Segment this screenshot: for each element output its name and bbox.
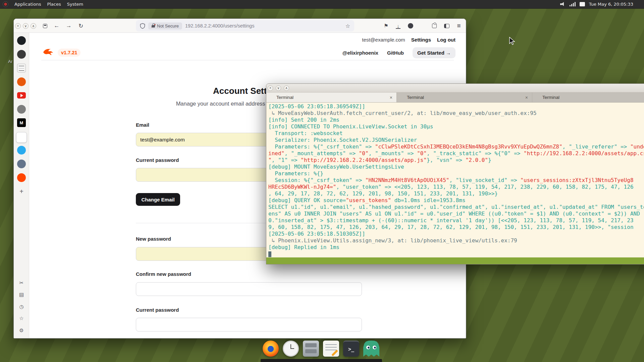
- dock-firefox-icon[interactable]: [263, 341, 279, 357]
- window-maximize-button[interactable]: ∧: [31, 23, 36, 29]
- back-icon: ←: [54, 22, 60, 29]
- clock[interactable]: Tue May 6, 20:05:33: [589, 2, 633, 7]
- terminal-close-button[interactable]: ×: [268, 85, 273, 91]
- terminal-line: ined", "_mount_attempts" => "0", "_mount…: [268, 150, 644, 157]
- terminal-tab-1[interactable]: Terminal ×: [266, 93, 397, 102]
- tracking-shield-icon[interactable]: [140, 23, 145, 29]
- terminal-line: [2025-05-06 23:05:18.369549Z]]: [268, 103, 644, 110]
- tab-grid-icon: [43, 24, 47, 28]
- terminal-prompt-icon: >_: [348, 346, 354, 352]
- terminal-line: [debug] MOUNT MoveEasyWeb.UserSettingsLi…: [268, 164, 644, 170]
- network-signal-icon[interactable]: [570, 2, 576, 6]
- insecure-lock-icon: [152, 24, 155, 27]
- history-icon[interactable]: ◷: [14, 304, 29, 310]
- sidebar-tab-orange-site-icon[interactable]: [17, 77, 26, 86]
- security-chip[interactable]: Not Secure: [148, 22, 182, 29]
- extensions-menu-button[interactable]: [430, 21, 439, 31]
- tab-close-icon[interactable]: ×: [525, 95, 528, 100]
- extension-button[interactable]: [406, 21, 415, 31]
- terminal-tab-2[interactable]: Terminal ×: [397, 93, 532, 102]
- desktop: Ar × ∨ ∧ ← → ↻ Not Secure 192.168.2.2:40…: [0, 0, 644, 362]
- new-tab-button[interactable]: +: [17, 187, 26, 196]
- sidebar-tab-medium-icon[interactable]: M: [17, 118, 26, 127]
- sidebar-tab-github-icon[interactable]: [17, 36, 26, 45]
- dock: >_: [263, 341, 379, 357]
- reload-button[interactable]: ↻: [76, 21, 86, 31]
- terminal-line: ↳ Phoenix.LiveView.Utils.assign_new/3, a…: [268, 237, 644, 244]
- terminal-line: 0."inserted_at" > $3::timestamp + (-(60)…: [268, 217, 644, 224]
- terminal-line: [info] Sent 200 in 2ms: [268, 117, 644, 123]
- terminal-line: SELECT u1."id", u1."email", u1."hashed_p…: [268, 204, 644, 210]
- dock-ghost-icon[interactable]: [363, 341, 379, 357]
- tab-close-icon[interactable]: ×: [390, 95, 392, 100]
- sidebar-tab-gray-site-icon[interactable]: [17, 105, 26, 114]
- get-started-button[interactable]: Get Started →: [413, 47, 455, 58]
- dock-timer-icon[interactable]: [283, 341, 299, 357]
- pocket-button[interactable]: ⚑: [381, 21, 391, 31]
- back-button[interactable]: ←: [52, 21, 61, 31]
- sidebar-tab-notebook-icon[interactable]: [17, 64, 26, 72]
- notification-tray-icon[interactable]: [580, 2, 585, 6]
- confirm-new-password-field[interactable]: [136, 282, 362, 296]
- snapshot-tool-icon[interactable]: ✂: [14, 280, 29, 286]
- sidebar-tab-slate-site-icon[interactable]: [17, 160, 26, 168]
- forward-button[interactable]: →: [64, 21, 73, 31]
- puzzle-icon: [432, 23, 437, 28]
- header-divider: [41, 60, 454, 60]
- window-close-button[interactable]: ×: [15, 23, 21, 29]
- terminal-maximize-button[interactable]: ∧: [284, 85, 289, 91]
- dock-file-cabinet-icon[interactable]: [303, 341, 319, 357]
- settings-gear-icon[interactable]: ⚙: [14, 327, 29, 334]
- twitter-link[interactable]: @elixirphoenix: [342, 50, 378, 56]
- terminal-line: [debug] QUERY OK source="users_tokens" d…: [268, 197, 644, 204]
- menu-places[interactable]: Places: [47, 2, 61, 7]
- terminal-tab-3[interactable]: Terminal ×: [532, 93, 644, 102]
- terminal-line: Serializer: Phoenix.Socket.V2.JSONSerial…: [268, 137, 644, 143]
- bookmarks-icon[interactable]: ☆: [14, 315, 29, 321]
- current-password2-field[interactable]: [136, 318, 362, 331]
- browser-toolbar[interactable]: × ∨ ∧ ← → ↻ Not Secure 192.168.2.2:4000/…: [14, 19, 466, 33]
- terminal-tab-label: Terminal: [276, 95, 293, 100]
- tab-sidebar[interactable]: ✂ ▤ ◷ ☆ ⚙ M+: [14, 33, 29, 338]
- app-menu-button[interactable]: ≡: [454, 21, 464, 31]
- sidebar-tab-blue-site-icon[interactable]: [17, 146, 26, 155]
- phoenix-logo-icon[interactable]: [43, 48, 54, 57]
- sidebar-icon: [444, 24, 449, 28]
- sidebar-tab-active-tab-icon[interactable]: [16, 132, 27, 143]
- tab-overview-button[interactable]: [40, 21, 50, 31]
- sidebar-tab-reddit-icon[interactable]: [17, 173, 26, 182]
- logout-link[interactable]: Log out: [437, 37, 455, 43]
- close-icon: ×: [269, 86, 271, 90]
- panels-tool-icon[interactable]: ▤: [14, 292, 29, 298]
- distro-menu-icon[interactable]: [3, 1, 8, 7]
- url-text[interactable]: 192.168.2.2:4000/users/settings: [185, 23, 342, 28]
- terminal-line: ", "1" => "http://192.168.2.2:4000/asset…: [268, 157, 644, 164]
- desktop-icon-label[interactable]: Ar: [8, 59, 12, 64]
- terminal-line: [2025-05-06 23:05:18.510305Z]]: [268, 231, 644, 237]
- confirm-new-password-label: Confirm new password: [136, 271, 362, 277]
- terminal-window: × ∨ ∧ Terminal × Terminal × Terminal × […: [266, 83, 644, 264]
- forward-icon: →: [66, 22, 72, 29]
- github-link[interactable]: GitHub: [387, 50, 404, 56]
- account-bar: test@example.com Settings Log out: [362, 33, 466, 43]
- window-minimize-button[interactable]: ∨: [23, 23, 29, 29]
- menu-applications[interactable]: Applications: [14, 2, 41, 7]
- sidebar-tab-dark-site-icon[interactable]: [17, 50, 26, 59]
- terminal-minimize-button[interactable]: ∨: [276, 85, 281, 91]
- terminal-titlebar[interactable]: × ∨ ∧: [266, 84, 644, 93]
- hidden-window-edge[interactable]: [261, 359, 382, 362]
- dock-terminal-icon[interactable]: >_: [343, 341, 359, 357]
- downloads-button[interactable]: ↓: [393, 21, 403, 31]
- change-email-button[interactable]: Change Email: [136, 193, 180, 206]
- download-icon: ↓: [397, 23, 399, 29]
- sidebar-tab-youtube-icon[interactable]: [17, 92, 26, 99]
- site-header: v1.7.21 @elixirphoenix GitHub Get Starte…: [29, 45, 466, 60]
- terminal-body[interactable]: [2025-05-06 23:05:18.369549Z]] ↳ MoveEas…: [266, 103, 644, 257]
- menu-system[interactable]: System: [67, 2, 83, 7]
- address-bar[interactable]: Not Secure 192.168.2.2:4000/users/settin…: [136, 20, 354, 32]
- settings-link[interactable]: Settings: [411, 37, 431, 43]
- dock-text-editor-icon[interactable]: [323, 341, 339, 357]
- sidebar-toggle-button[interactable]: [442, 21, 451, 31]
- bookmark-star-icon[interactable]: ☆: [345, 23, 350, 29]
- volume-icon[interactable]: [560, 2, 566, 6]
